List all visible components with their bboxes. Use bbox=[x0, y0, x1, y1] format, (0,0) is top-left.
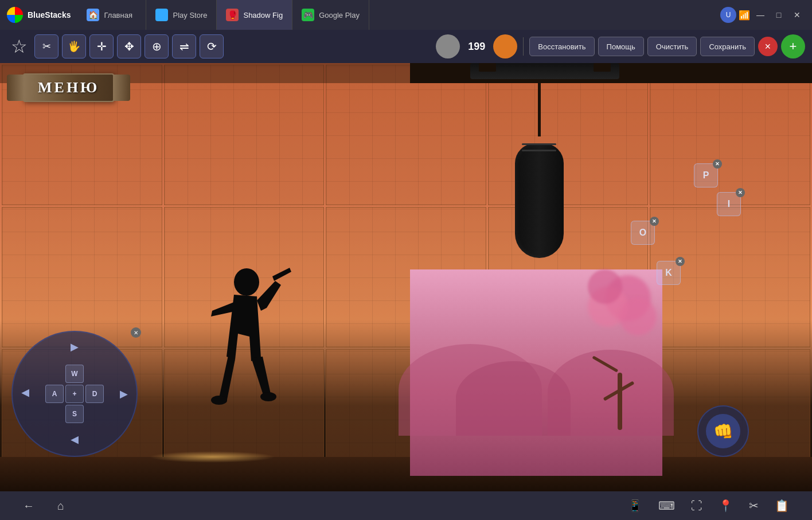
user-avatar[interactable]: U bbox=[720, 7, 736, 23]
star-icon: ☆ bbox=[11, 36, 28, 57]
menu-banner-bg: МЕНЮ bbox=[23, 73, 114, 102]
menu-scroll-right bbox=[113, 75, 130, 101]
key-I-close[interactable]: ✕ bbox=[736, 188, 745, 197]
move-tool-button[interactable]: ✥ bbox=[117, 34, 141, 58]
aim-icon: ⊕ bbox=[152, 40, 162, 53]
key-d[interactable]: D bbox=[85, 385, 104, 403]
window-controls: U 📶 — □ ✕ bbox=[713, 7, 812, 23]
bottom-right-controls: 📱 ⌨ ⛶ 📍 ✂ 📋 bbox=[628, 499, 789, 513]
joystick-close-button[interactable]: ✕ bbox=[131, 327, 141, 338]
game-key-K[interactable]: ✕ K bbox=[657, 261, 681, 285]
panel-cell bbox=[650, 65, 810, 205]
key-w[interactable]: W bbox=[65, 365, 84, 383]
tab-shadowfig[interactable]: 🥊 Shadow Fig bbox=[217, 0, 292, 30]
joystick-outer[interactable]: ▶ ▶ ▶ ▶ W A + D S bbox=[11, 331, 138, 457]
gray-circle bbox=[436, 34, 460, 58]
tree-trunk bbox=[618, 373, 622, 430]
save-button[interactable]: Сохранить bbox=[700, 37, 755, 56]
tab-bar: 🏠 Главная ▶ Play Store 🥊 Shadow Fig 🎮 Go… bbox=[77, 0, 713, 30]
restore-button[interactable]: Восстановить bbox=[529, 37, 594, 56]
phone-button[interactable]: 📱 bbox=[628, 499, 642, 513]
score-display: 199 bbox=[468, 41, 485, 53]
joystick-area[interactable]: ✕ ▶ ▶ ▶ ▶ W A + D S bbox=[11, 331, 138, 457]
game-key-I[interactable]: ✕ I bbox=[717, 192, 741, 216]
shadow-tab-icon: 🥊 bbox=[226, 9, 239, 21]
fist-icon: 👊 bbox=[713, 422, 733, 441]
key-O-close[interactable]: ✕ bbox=[650, 217, 659, 226]
wifi-icon: 📶 bbox=[739, 10, 750, 21]
bottom-bar: ← ⌂ 📱 ⌨ ⛶ 📍 ✂ 📋 bbox=[0, 491, 812, 520]
tablet-button[interactable]: 📋 bbox=[775, 499, 789, 513]
home-tab-icon: 🏠 bbox=[87, 9, 99, 21]
bar-mount-1 bbox=[479, 63, 496, 72]
clear-button[interactable]: Очистить bbox=[647, 37, 697, 56]
tab-playstore[interactable]: ▶ Play Store bbox=[146, 0, 217, 30]
maximize-button[interactable]: □ bbox=[771, 7, 787, 23]
back-button[interactable]: ← bbox=[23, 499, 34, 513]
cherry-tree bbox=[565, 269, 657, 430]
brand-name: BlueStacks bbox=[28, 10, 71, 19]
scissors-tool-button[interactable]: ✂ bbox=[34, 34, 58, 58]
bag-frame bbox=[470, 63, 608, 258]
key-K-close[interactable]: ✕ bbox=[676, 257, 685, 266]
tree-branch-2 bbox=[592, 355, 618, 372]
svg-point-1 bbox=[260, 392, 276, 401]
key-center[interactable]: + bbox=[65, 385, 84, 403]
store-tab-icon: ▶ bbox=[155, 9, 168, 21]
dpad-arrow-down: ▶ bbox=[71, 435, 79, 447]
punch-icon: 👊 bbox=[706, 414, 740, 448]
wasd-grid: W A + D S bbox=[45, 365, 104, 423]
bottom-left-controls: ← ⌂ bbox=[23, 499, 64, 513]
panel-cell bbox=[164, 65, 325, 205]
cherry-blossom-panel bbox=[410, 269, 662, 476]
game-key-O[interactable]: ✕ O bbox=[631, 221, 655, 245]
fullscreen-button[interactable]: ⛶ bbox=[691, 499, 702, 513]
panel-cell bbox=[326, 65, 486, 205]
crosshair-tool-button[interactable]: ✛ bbox=[89, 34, 114, 58]
panel-cell bbox=[2, 207, 162, 347]
key-I-label: I bbox=[728, 199, 730, 209]
menu-scroll-left bbox=[7, 75, 24, 101]
bar-mount-2 bbox=[594, 63, 611, 72]
bluestacks-logo bbox=[7, 7, 23, 23]
dpad-arrow-up: ▶ bbox=[71, 341, 79, 353]
minimize-button[interactable]: — bbox=[752, 7, 768, 23]
fighter-character bbox=[184, 265, 298, 460]
tab-home[interactable]: 🏠 Главная bbox=[77, 0, 146, 30]
star-button[interactable]: ☆ bbox=[7, 34, 31, 58]
tab-shadowfig-label: Shadow Fig bbox=[243, 11, 283, 19]
game-key-P[interactable]: ✕ P bbox=[694, 163, 718, 187]
rotate-tool-button[interactable]: ⟳ bbox=[200, 34, 224, 58]
fighter-svg bbox=[184, 265, 298, 460]
help-button[interactable]: Помощь bbox=[598, 37, 644, 56]
hand-tool-button[interactable]: 🖐 bbox=[62, 34, 86, 58]
scissors-button[interactable]: ✂ bbox=[749, 499, 759, 513]
location-button[interactable]: 📍 bbox=[719, 499, 733, 513]
bag-stripe-2 bbox=[522, 150, 556, 151]
key-P-close[interactable]: ✕ bbox=[713, 159, 722, 169]
close-toolbar-button[interactable]: ✕ bbox=[758, 37, 778, 56]
action-punch-button[interactable]: 👊 bbox=[697, 405, 749, 457]
tab-googleplay[interactable]: 🎮 Google Play bbox=[292, 0, 369, 30]
tab-googleplay-label: Google Play bbox=[319, 11, 360, 19]
orange-circle bbox=[493, 34, 517, 58]
key-s[interactable]: S bbox=[65, 405, 84, 423]
bag-bar bbox=[470, 63, 619, 79]
toggle-icon: ⇌ bbox=[179, 40, 189, 53]
tab-home-label: Главная bbox=[104, 11, 132, 19]
key-a[interactable]: A bbox=[45, 385, 64, 403]
aim-tool-button[interactable]: ⊕ bbox=[145, 34, 169, 58]
close-button[interactable]: ✕ bbox=[789, 7, 805, 23]
key-O-label: O bbox=[639, 228, 646, 238]
toolbar-separator bbox=[523, 37, 524, 56]
menu-banner[interactable]: МЕНЮ bbox=[23, 73, 114, 102]
home-button[interactable]: ⌂ bbox=[57, 499, 64, 513]
keyboard-button[interactable]: ⌨ bbox=[658, 499, 675, 513]
toggle-tool-button[interactable]: ⇌ bbox=[172, 34, 196, 58]
google-tab-icon: 🎮 bbox=[302, 9, 314, 21]
add-control-button[interactable]: + bbox=[781, 34, 805, 58]
plus-icon: ✛ bbox=[97, 40, 107, 53]
tab-playstore-label: Play Store bbox=[173, 11, 207, 19]
bag-chain bbox=[538, 79, 541, 136]
hand-icon: 🖐 bbox=[68, 40, 80, 53]
